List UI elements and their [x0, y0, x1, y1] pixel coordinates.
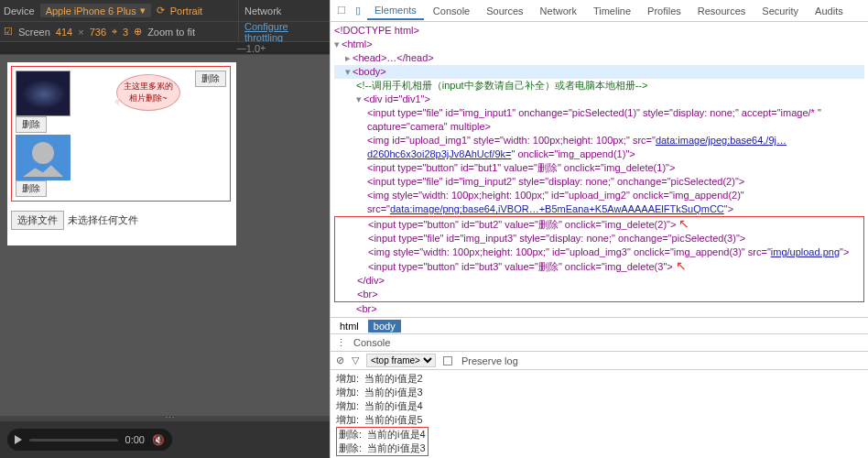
- delete-button-3[interactable]: 删除: [16, 180, 47, 197]
- dom-tree[interactable]: <!DOCTYPE html> <html> <head>…</head> <b…: [331, 22, 868, 317]
- screen-icon[interactable]: ☑: [4, 26, 13, 38]
- tab-security[interactable]: Security: [754, 3, 806, 19]
- console-row[interactable]: 删除:当前的i值是4: [339, 428, 426, 442]
- devtools-tabbar: ☐ ▯ Elements Console Sources Network Tim…: [331, 0, 868, 22]
- audio-progress[interactable]: [29, 439, 118, 442]
- arrow-icon: ↖: [676, 258, 687, 273]
- device-viewport: 删除 主这里多累的相片删除~ 删除 删除 选择文件 未选择任何文件: [0, 55, 330, 416]
- drawer-header: ⋮ Console: [331, 333, 868, 352]
- dom-line[interactable]: <img style="width: 100px;height: 100px;"…: [334, 189, 864, 216]
- dom-line[interactable]: </div>: [357, 274, 863, 288]
- dom-line[interactable]: <img style="width: 100px;height: 100px;"…: [357, 245, 863, 259]
- file-choose-button[interactable]: 选择文件: [11, 211, 64, 230]
- dom-line[interactable]: <!--调用手机相册（input中参数请自己补全）或者电脑本地相册-->: [334, 79, 864, 93]
- tab-network[interactable]: Network: [533, 3, 584, 19]
- network-label: Network: [238, 0, 330, 21]
- dom-line[interactable]: <!DOCTYPE html>: [334, 24, 864, 38]
- upload-img1[interactable]: [16, 71, 71, 116]
- screen-width[interactable]: 414: [56, 27, 72, 38]
- tab-timeline[interactable]: Timeline: [586, 3, 638, 19]
- device-label: Device: [4, 5, 35, 16]
- chevron-down-icon: ▾: [140, 5, 146, 16]
- dom-line[interactable]: <input type="button" id="but2" value="删除…: [357, 217, 863, 232]
- inspect-icon[interactable]: ☐: [334, 5, 349, 16]
- annotation-box: 删除 主这里多累的相片删除~ 删除 删除: [11, 66, 231, 202]
- splitter[interactable]: [0, 416, 330, 421]
- delete-button-2[interactable]: 删除: [195, 71, 226, 87]
- console-output: 增加:当前的i值是2 增加:当前的i值是3 增加:当前的i值是4 增加:当前的i…: [331, 370, 868, 458]
- dom-line[interactable]: <head>…</head>: [334, 51, 864, 65]
- delete-button-1[interactable]: 删除: [16, 116, 47, 133]
- preserve-log-checkbox[interactable]: [443, 356, 452, 365]
- dom-line[interactable]: <input type="file" id="img_input2" style…: [334, 175, 864, 189]
- tab-sources[interactable]: Sources: [479, 3, 530, 19]
- device-top-bar: Device Apple iPhone 6 Plus▾ ⟳ Portrait N…: [0, 0, 330, 22]
- console-row[interactable]: 删除:当前的i值是3: [339, 442, 426, 455]
- crumb-body[interactable]: body: [368, 320, 401, 333]
- dom-line[interactable]: <img id="upload_img1" style="width: 100p…: [334, 134, 864, 161]
- zoom-label[interactable]: Zoom to fit: [147, 27, 195, 38]
- console-row[interactable]: 增加:当前的i值是2: [336, 372, 863, 386]
- device-select[interactable]: Apple iPhone 6 Plus▾: [40, 4, 151, 17]
- zoom-icon[interactable]: ⊕: [134, 26, 142, 38]
- audio-player[interactable]: 0:00 🔇: [7, 429, 172, 451]
- tab-elements[interactable]: Elements: [367, 2, 424, 20]
- screen-height[interactable]: 736: [90, 27, 106, 38]
- rotate-icon[interactable]: ⟳: [157, 5, 165, 16]
- configure-throttling-link[interactable]: Configure throttling: [238, 22, 330, 41]
- dom-line[interactable]: <br>: [334, 302, 864, 316]
- screen-label: Screen: [18, 27, 50, 38]
- upload-img-placeholder[interactable]: [16, 135, 71, 180]
- preserve-log-label[interactable]: Preserve log: [461, 355, 518, 366]
- dom-line[interactable]: <div id="div1">: [334, 93, 864, 106]
- drawer-menu-icon[interactable]: ⋮: [336, 337, 346, 349]
- annotation-frame: <input type="button" id="but2" value="删除…: [334, 216, 864, 302]
- file-status: 未选择任何文件: [68, 213, 138, 227]
- frame-select[interactable]: <top frame>: [366, 354, 436, 367]
- dom-line[interactable]: <input type="button" id="but3" value="删除…: [357, 259, 863, 274]
- dom-line[interactable]: <body>: [334, 65, 864, 79]
- dom-line[interactable]: <br>: [357, 288, 863, 301]
- drawer-tab-console[interactable]: Console: [353, 337, 390, 348]
- dpr-value[interactable]: 3: [123, 27, 128, 38]
- console-row[interactable]: 增加:当前的i值是4: [336, 399, 863, 413]
- audio-time: 0:00: [125, 434, 145, 445]
- dpr-icon[interactable]: ⌖: [112, 26, 117, 38]
- dom-line[interactable]: <input type="file" id="img_input3" style…: [357, 232, 863, 245]
- console-toolbar: ⊘ ▽ <top frame> Preserve log: [331, 352, 868, 370]
- device-sub-bar: ☑ Screen 414 × 736 ⌖ 3 ⊕ Zoom to fit Con…: [0, 22, 330, 42]
- crumb-html[interactable]: html: [334, 320, 364, 333]
- annotation-frame-2: 删除:当前的i值是4 删除:当前的i值是3: [336, 427, 429, 456]
- devtools-panel: ☐ ▯ Elements Console Sources Network Tim…: [330, 0, 868, 458]
- device-toggle-icon[interactable]: ▯: [351, 5, 365, 16]
- console-row[interactable]: 增加:当前的i值是3: [336, 386, 863, 399]
- tab-profiles[interactable]: Profiles: [640, 3, 689, 19]
- dom-line[interactable]: <html>: [334, 38, 864, 51]
- device-panel: Device Apple iPhone 6 Plus▾ ⟳ Portrait N…: [0, 0, 330, 458]
- dom-line[interactable]: <input type="button" id="but1" value="删除…: [334, 161, 864, 175]
- tab-audits[interactable]: Audits: [808, 3, 851, 19]
- tab-console[interactable]: Console: [426, 3, 477, 19]
- orientation-label[interactable]: Portrait: [170, 5, 202, 16]
- dom-line[interactable]: <input type="file" id="img_input1" oncha…: [334, 106, 864, 134]
- ruler: — 1.0 +: [0, 42, 330, 55]
- volume-icon[interactable]: 🔇: [152, 434, 165, 446]
- page-preview: 删除 主这里多累的相片删除~ 删除 删除 选择文件 未选择任何文件: [7, 62, 236, 245]
- annotation-bubble: 主这里多累的相片删除~: [116, 74, 180, 111]
- breadcrumb: html body: [331, 317, 868, 333]
- tab-resources[interactable]: Resources: [690, 3, 754, 19]
- filter-icon[interactable]: ▽: [352, 354, 359, 366]
- arrow-icon: ↖: [678, 216, 689, 231]
- clear-console-icon[interactable]: ⊘: [336, 354, 344, 366]
- console-row[interactable]: 增加:当前的i值是5: [336, 413, 863, 427]
- play-icon[interactable]: [15, 435, 22, 444]
